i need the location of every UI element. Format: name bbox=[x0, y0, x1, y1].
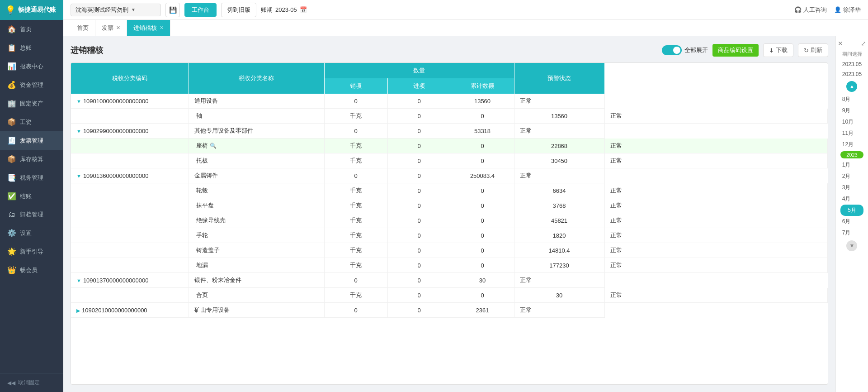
cell-purchase: 0 bbox=[387, 303, 451, 318]
user-profile[interactable]: 👤 徐泽华 bbox=[834, 6, 861, 14]
tab-home[interactable]: 首页 bbox=[71, 20, 95, 36]
sidebar-item-member[interactable]: 👑 畅会员 bbox=[0, 261, 63, 279]
sidebar-item-guide[interactable]: 🌟 新手引导 bbox=[0, 242, 63, 261]
cell-child-status: 正常 bbox=[604, 139, 828, 153]
col-total: 累计数额 bbox=[451, 78, 514, 94]
table-row: ▼10902990000000000000 其他专用设备及零部件 0 0 533… bbox=[71, 124, 828, 139]
period-month-12月[interactable]: 12月 bbox=[839, 139, 865, 150]
cell-child-name: 手轮 bbox=[189, 228, 324, 243]
sidebar-bottom-pin[interactable]: ◀◀ 取消固定 bbox=[0, 373, 63, 392]
sidebar-item-tax[interactable]: 📑 税务管理 bbox=[0, 168, 63, 187]
cell-child-purchase: 0 bbox=[451, 288, 514, 303]
workbench-button[interactable]: 工作台 bbox=[184, 3, 217, 17]
calendar-icon[interactable]: 📅 bbox=[300, 6, 307, 13]
cell-child-purchase: 0 bbox=[451, 183, 514, 198]
sidebar-item-reports[interactable]: 📊 报表中心 bbox=[0, 57, 63, 76]
sidebar-item-payroll[interactable]: 📦 工资 bbox=[0, 113, 63, 131]
cell-child-unit: 千克 bbox=[324, 109, 387, 124]
cell-child-unit: 千克 bbox=[324, 258, 387, 273]
sidebar-item-archive[interactable]: 🗂 归档管理 bbox=[0, 206, 63, 224]
period-month-2月[interactable]: 2月 bbox=[839, 171, 865, 182]
cell-sales: 0 bbox=[324, 124, 387, 139]
nav-icon-ledger: 📋 bbox=[7, 43, 16, 52]
cell-empty-code bbox=[71, 213, 189, 228]
cell-total: 250083.4 bbox=[451, 168, 514, 183]
panel-expand-button[interactable]: ⤢ bbox=[861, 40, 866, 47]
cell-child-sales: 0 bbox=[387, 109, 451, 124]
oldver-button[interactable]: 切到旧版 bbox=[221, 3, 256, 17]
sidebar-item-assets[interactable]: 🏢 固定资产 bbox=[0, 94, 63, 113]
product-code-button[interactable]: 商品编码设置 bbox=[712, 44, 759, 57]
period-year-badge[interactable]: 2023 bbox=[840, 151, 863, 158]
expand-all-toggle[interactable] bbox=[662, 45, 682, 55]
expand-icon[interactable]: ▼ bbox=[76, 173, 81, 179]
cell-child-status: 正常 bbox=[604, 258, 828, 273]
cell-empty-code bbox=[71, 109, 189, 124]
tab-label-invoice: 发票 bbox=[102, 24, 113, 32]
panel-collapse-button[interactable]: ✕ bbox=[838, 40, 843, 47]
cell-total: 2361 bbox=[451, 303, 514, 318]
refresh-button[interactable]: ↻ 刷新 bbox=[798, 43, 828, 57]
expand-icon[interactable]: ▼ bbox=[76, 129, 81, 134]
nav-icon-tax: 📑 bbox=[7, 173, 16, 182]
period-month-10月[interactable]: 10月 bbox=[839, 116, 865, 128]
cell-empty-code bbox=[71, 183, 189, 198]
period-month-8月[interactable]: 8月 bbox=[839, 94, 865, 105]
sidebar-item-capital[interactable]: 💰 资金管理 bbox=[0, 76, 63, 94]
period-month-9月[interactable]: 9月 bbox=[839, 105, 865, 116]
nav-label-invoice: 发票管理 bbox=[20, 137, 43, 145]
nav-icon-capital: 💰 bbox=[7, 81, 16, 89]
cell-child-purchase: 0 bbox=[451, 243, 514, 258]
nav-label-member: 畅会员 bbox=[20, 266, 38, 274]
period-row-top-0[interactable]: 2023.05 bbox=[839, 59, 865, 69]
nav-icon-payroll: 📦 bbox=[7, 118, 16, 126]
period-month-4月[interactable]: 4月 bbox=[839, 193, 865, 205]
tab-invoice[interactable]: 发票✕ bbox=[95, 20, 127, 36]
cell-child-total: 14810.4 bbox=[514, 243, 604, 258]
logo-icon: 💡 bbox=[5, 5, 15, 15]
cell-child-total: 6634 bbox=[514, 183, 604, 198]
period-month-11月[interactable]: 11月 bbox=[839, 128, 865, 139]
period-month-5月[interactable]: 5月 bbox=[840, 205, 863, 216]
period-month-3月[interactable]: 3月 bbox=[839, 182, 865, 193]
cell-child-total: 1820 bbox=[514, 228, 604, 243]
tab-reconcile[interactable]: 进销稽核✕ bbox=[127, 20, 170, 36]
tab-close-invoice[interactable]: ✕ bbox=[116, 25, 120, 31]
tab-close-reconcile[interactable]: ✕ bbox=[160, 25, 164, 31]
save-button[interactable]: 💾 bbox=[165, 3, 180, 17]
nav-icon-assets: 🏢 bbox=[7, 99, 16, 108]
customer-service[interactable]: 🎧 人工咨询 bbox=[794, 6, 827, 14]
period-label: 账期 bbox=[261, 6, 273, 14]
sidebar-item-settings[interactable]: ⚙️ 设置 bbox=[0, 224, 63, 242]
period-month-1月[interactable]: 1月 bbox=[839, 159, 865, 171]
period-month-6月[interactable]: 6月 bbox=[839, 216, 865, 227]
period-row-top-1[interactable]: 2023.05 bbox=[839, 69, 865, 79]
content-area: 进销稽核 全部展开 商品编码设置 ⬇ 下载 ↻ 刷新 bbox=[63, 36, 868, 392]
period-month-7月[interactable]: 7月 bbox=[839, 227, 865, 239]
period-down-arrow[interactable]: ▼ bbox=[846, 240, 857, 251]
cell-total: 30 bbox=[451, 273, 514, 288]
sidebar-item-settle[interactable]: ✅ 结账 bbox=[0, 187, 63, 206]
cell-total: 13560 bbox=[451, 94, 514, 109]
sidebar-nav: 🏠 首页📋 总账📊 报表中心💰 资金管理🏢 固定资产📦 工资🧾 发票管理📦 库存… bbox=[0, 20, 63, 373]
sidebar-item-invoice[interactable]: 🧾 发票管理 bbox=[0, 131, 63, 150]
cell-sales: 0 bbox=[324, 94, 387, 109]
company-selector[interactable]: 沈海英测试经营勿删 ▼ bbox=[71, 4, 161, 16]
sidebar-item-inventory[interactable]: 📦 库存核算 bbox=[0, 150, 63, 168]
table-row: ▼10901370000000000000 锻件、粉末冶金件 0 0 30 正常 bbox=[71, 273, 828, 288]
expand-icon[interactable]: ▶ bbox=[76, 308, 80, 313]
download-button[interactable]: ⬇ 下载 bbox=[763, 43, 793, 57]
cell-child-status: 正常 bbox=[604, 288, 828, 303]
sidebar-item-home[interactable]: 🏠 首页 bbox=[0, 20, 63, 38]
cell-code: ▼10901360000000000000 bbox=[71, 168, 189, 183]
search-icon[interactable]: 🔍 bbox=[210, 143, 217, 149]
expand-icon[interactable]: ▼ bbox=[76, 278, 81, 283]
nav-icon-member: 👑 bbox=[7, 266, 16, 274]
period-up-arrow[interactable]: ▲ bbox=[846, 81, 857, 92]
cell-code: ▼10901370000000000000 bbox=[71, 273, 189, 288]
expand-icon[interactable]: ▼ bbox=[76, 99, 81, 104]
table-row: 手轮 千克 0 0 1820 正常 bbox=[71, 228, 828, 243]
sidebar-item-ledger[interactable]: 📋 总账 bbox=[0, 38, 63, 57]
period-display: 账期 2023-05 📅 bbox=[261, 6, 307, 14]
nav-label-reports: 报表中心 bbox=[20, 62, 43, 71]
